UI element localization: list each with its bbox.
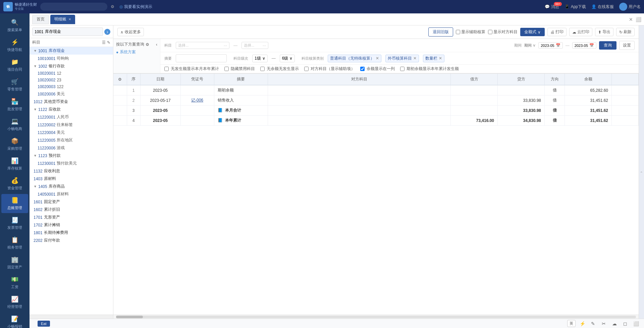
show-opposite-checkbox[interactable] [488, 30, 492, 34]
check-no-balance-input[interactable] [164, 67, 169, 71]
sidebar-item-search[interactable]: 🔍 搜索菜单 [1, 16, 28, 35]
row-gear[interactable] [113, 85, 127, 95]
row-gear[interactable] [113, 95, 127, 106]
sidebar-item-tax[interactable]: 📋 税务管理 [1, 234, 28, 253]
search-input[interactable] [40, 3, 107, 11]
tree-node-11220005[interactable]: 11220005 所在地区 [30, 136, 113, 144]
eat-btn[interactable]: Eat [38, 321, 50, 327]
sidebar-item-wholesale[interactable]: 🏪 批发管理 [1, 95, 28, 114]
level-end-select[interactable]: 6级 ∨ [280, 55, 295, 62]
tree-node-1602[interactable]: 1602 累计折旧 [30, 206, 113, 213]
sidebar-item-retail[interactable]: 🛒 零售管理 [1, 75, 28, 94]
tree-node-1801[interactable]: 1801 长期待摊费用 [30, 229, 113, 237]
tree-node-1002[interactable]: ▼ 1002 银行存款 [30, 62, 113, 70]
check-show-ytd-input[interactable] [400, 67, 405, 71]
tree-node-1405[interactable]: ▼ 1405 库存商品 [30, 183, 113, 190]
row-gear[interactable] [113, 106, 127, 116]
status-icon-6[interactable]: ⬜ [632, 320, 640, 328]
expand-btn[interactable]: ∧ 收起更多 [117, 28, 144, 36]
filter-tag-quantity-close[interactable]: ✕ [439, 56, 442, 61]
sidebar-item-invoice[interactable]: 🧾 发票管理 [1, 214, 28, 233]
show-opposite-check[interactable]: 显示对方科目 [488, 29, 518, 35]
status-icon-4[interactable]: ☁ [610, 320, 619, 328]
tree-node-14050001[interactable]: 14050001 原材料 [30, 190, 113, 198]
style-btn[interactable]: 金额式 ∨ [520, 28, 545, 36]
system-scheme-btn[interactable]: ● 系统方案 [116, 49, 157, 55]
check-balance-one-row-input[interactable] [360, 67, 365, 71]
side-collapse-btn[interactable]: ‹ [639, 25, 644, 319]
demo-link[interactable]: ◎ 我要看实例演示 [119, 4, 152, 10]
status-icon-2[interactable]: ✎ [589, 320, 597, 328]
export-btn[interactable]: ⬆ 导出 [595, 28, 613, 36]
filter-tag-normal-close[interactable]: ✕ [376, 56, 379, 61]
level-start-select[interactable]: 1级 ∨ [252, 55, 268, 62]
tree-scroll[interactable] [30, 315, 113, 319]
tree-node-10020001[interactable]: 10020001 12 [30, 70, 113, 77]
scheme-settings-icon[interactable]: ⚙ [146, 42, 149, 47]
check-no-balance-show[interactable]: 无余额无发生显示 [260, 66, 299, 72]
check-opposite-show[interactable]: 对方科目（显示辅助项） [304, 66, 355, 72]
status-icon-3[interactable]: ✂ [600, 320, 608, 328]
check-hide-disabled[interactable]: 隐藏禁用科目 [224, 66, 255, 72]
scheme-collapse-icon[interactable]: ‹ [156, 42, 157, 47]
tree-edit-icon[interactable]: ✎ [107, 40, 110, 45]
subject-end-input[interactable]: 选择... ··· [241, 42, 268, 49]
tree-node-1601[interactable]: 1601 固定资产 [30, 198, 113, 206]
tab-home[interactable]: 首页 [32, 15, 49, 24]
cloud-print-btn[interactable]: ☁ 云打印 [569, 28, 592, 36]
tree-node-11220004[interactable]: 11220004 美元 [30, 129, 113, 136]
tree-node-1702[interactable]: 1702 累计摊销 [30, 221, 113, 229]
tree-node-11230001[interactable]: 11230001 预付款美元 [30, 159, 113, 167]
tree-node-10020003[interactable]: 10020003 122 [30, 83, 113, 90]
period-start-input[interactable]: 2023-05 📅 [538, 42, 562, 49]
tree-node-1403[interactable]: 1403 原材料 [30, 175, 113, 183]
sidebar-item-ecommerce[interactable]: 💻 小畅电商 [1, 115, 28, 134]
check-show-ytd[interactable]: 期初余额显示本年累计发生额 [400, 66, 459, 72]
col-gear-header[interactable]: ⚙ [113, 74, 127, 85]
tree-node-10020006[interactable]: 10020006 美元 [30, 90, 113, 98]
tree-node-10020002[interactable]: 10020002 23 [30, 77, 113, 83]
settings-btn[interactable]: 设置 [619, 41, 635, 50]
status-icon-5[interactable]: ◻ [621, 320, 629, 328]
sidebar-item-report[interactable]: 📝 小畅报销 [1, 313, 28, 328]
period-end-input[interactable]: 2023-05 📅 [572, 42, 596, 49]
tree-node-10010001[interactable]: 10010001 司钩钩 [30, 55, 113, 62]
sidebar-item-capital[interactable]: 💰 资金管理 [1, 174, 28, 193]
show-aux-check[interactable]: 显示辅助核算 [456, 29, 485, 35]
refresh-btn[interactable]: ↻ 刷新 [616, 28, 635, 36]
tree-node-11220002[interactable]: 11220002 往来标签 [30, 121, 113, 129]
tree-node-1132[interactable]: 1132 应收利息 [30, 167, 113, 175]
check-opposite-show-input[interactable] [304, 67, 309, 71]
app-download-btn[interactable]: 📱 App下载 [565, 4, 586, 10]
tree-node-2202[interactable]: 2202 应付年款 [30, 237, 113, 244]
summary-input[interactable] [176, 54, 227, 62]
tree-node-11220006[interactable]: 11220006 游戏 [30, 144, 113, 152]
nav-arrow-btn[interactable]: › [104, 29, 110, 35]
tree-node-1701[interactable]: 1701 无形资产 [30, 213, 113, 221]
period-type-select[interactable]: 期间 ∨ [524, 43, 536, 48]
print-btn[interactable]: 🖨 打印 [547, 28, 567, 36]
tree-node-1001[interactable]: ▼ 1001 库存现金 [30, 47, 113, 55]
account-selector[interactable]: 1001 库存现金 [32, 27, 103, 36]
check-no-balance-show-input[interactable] [260, 67, 265, 71]
sidebar-item-salary[interactable]: 💵 工资 [1, 273, 28, 292]
sidebar-item-inventory[interactable]: 📊 库存核算 [1, 154, 28, 174]
window-close-btn[interactable]: ✕ [629, 17, 633, 22]
tab-close-icon[interactable]: ✕ [68, 17, 71, 21]
query-btn[interactable]: 查询 [599, 41, 616, 50]
tree-node-1012[interactable]: 1012 其他货币资金 [30, 98, 113, 106]
horizontal-scrollbar[interactable] [113, 315, 639, 319]
tree-node-11220001[interactable]: 11220001 人民币 [30, 113, 113, 121]
sidebar-item-operations[interactable]: 📈 经营管理 [1, 293, 28, 312]
sidebar-item-purchase[interactable]: 📦 采购管理 [1, 135, 28, 154]
show-aux-checkbox[interactable] [456, 30, 460, 34]
filter-tag-foreign-close[interactable]: ✕ [413, 56, 417, 61]
lang-switch-btn[interactable]: 英 [567, 320, 576, 327]
status-icon-1[interactable]: ⚡ [578, 320, 586, 328]
tree-node-1122[interactable]: ▼ 1122 应收款 [30, 106, 113, 113]
message-btn[interactable]: 💬 消息 99+ [545, 4, 559, 10]
settings-icon[interactable]: ⚙ [111, 4, 115, 9]
scroll-thumb[interactable] [116, 316, 143, 318]
return-old-btn[interactable]: 退回旧版 [428, 27, 453, 37]
check-balance-one-row[interactable]: 余额显示在一列 [360, 66, 395, 72]
